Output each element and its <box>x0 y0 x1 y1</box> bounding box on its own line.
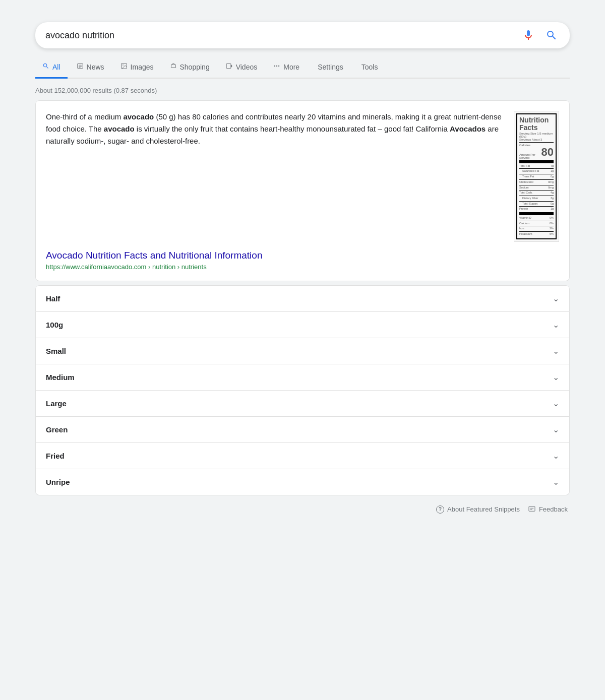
tab-all-label: All <box>52 63 60 71</box>
snippet-text: One-third of a medium avocado (50 g) has… <box>46 111 504 242</box>
svg-point-8 <box>274 66 275 67</box>
chevron-down-icon: ⌄ <box>553 294 559 303</box>
feedback-label: Feedback <box>539 505 568 513</box>
chevron-down-icon: ⌄ <box>553 425 559 434</box>
svg-marker-7 <box>231 65 232 68</box>
nav-tabs: All News Images <box>35 56 570 79</box>
expandable-row-unripe[interactable]: Unripe ⌄ <box>35 469 570 495</box>
snippet-content: One-third of a medium avocado (50 g) has… <box>46 111 559 242</box>
chevron-down-icon: ⌄ <box>553 477 559 487</box>
question-icon: ? <box>436 505 444 514</box>
featured-snippets-label: About Featured Snippets <box>447 505 520 513</box>
tab-all[interactable]: All <box>35 56 68 79</box>
featured-snippets-link[interactable]: ? About Featured Snippets <box>436 505 520 514</box>
tab-shopping-label: Shopping <box>180 63 210 71</box>
snippet-link-title[interactable]: Avocado Nutrition Facts and Nutritional … <box>46 250 262 261</box>
search-input[interactable] <box>45 30 521 41</box>
page-container: All News Images <box>35 10 570 690</box>
expandable-row-small-label: Small <box>46 347 66 355</box>
news-icon <box>77 62 84 71</box>
expandable-row-small[interactable]: Small ⌄ <box>35 338 570 364</box>
search-icon <box>42 62 49 71</box>
tab-news-label: News <box>87 63 104 71</box>
feedback-link[interactable]: Feedback <box>528 505 568 514</box>
snippet-link-url: https://www.californiaavocado.com › nutr… <box>46 263 559 271</box>
expandable-row-medium-label: Medium <box>46 373 75 381</box>
svg-point-10 <box>278 66 279 67</box>
tab-more[interactable]: More <box>266 56 307 79</box>
shopping-icon <box>170 62 177 71</box>
images-icon <box>120 62 128 71</box>
svg-point-5 <box>123 65 124 66</box>
expandable-row-half[interactable]: Half ⌄ <box>35 285 570 312</box>
search-bar <box>35 22 570 48</box>
expandable-row-large[interactable]: Large ⌄ <box>35 391 570 417</box>
expandable-rows-container: Half ⌄ 100g ⌄ Small ⌄ Medium ⌄ Large ⌄ G… <box>35 285 570 495</box>
tab-videos-label: Videos <box>236 63 258 71</box>
chevron-down-icon: ⌄ <box>553 451 559 461</box>
expandable-row-unripe-label: Unripe <box>46 478 70 486</box>
expandable-row-medium[interactable]: Medium ⌄ <box>35 364 570 391</box>
expandable-row-100g[interactable]: 100g ⌄ <box>35 312 570 338</box>
svg-rect-6 <box>226 63 231 68</box>
chevron-down-icon: ⌄ <box>553 346 559 356</box>
expandable-row-100g-label: 100g <box>46 321 63 329</box>
results-count: About 152,000,000 results (0.87 seconds) <box>35 87 570 94</box>
expandable-row-green-label: Green <box>46 425 68 434</box>
videos-icon <box>226 62 233 71</box>
feedback-icon <box>528 505 536 514</box>
tools-link[interactable]: Tools <box>354 57 385 77</box>
more-icon <box>273 62 280 71</box>
tab-more-label: More <box>283 63 299 71</box>
svg-rect-11 <box>529 506 535 511</box>
search-icons <box>521 27 560 43</box>
featured-snippet-card: One-third of a medium avocado (50 g) has… <box>35 100 570 281</box>
svg-point-9 <box>276 66 277 67</box>
chevron-down-icon: ⌄ <box>553 399 559 408</box>
tab-news[interactable]: News <box>70 56 111 79</box>
expandable-row-large-label: Large <box>46 399 67 408</box>
search-button[interactable] <box>543 27 560 43</box>
nutrition-label-image: Nutrition Facts Serving Size 1/3 medium … <box>514 111 559 242</box>
tab-shopping[interactable]: Shopping <box>163 56 217 79</box>
footer-bar: ? About Featured Snippets Feedback <box>35 497 570 522</box>
tab-images[interactable]: Images <box>113 56 161 79</box>
chevron-down-icon: ⌄ <box>553 372 559 382</box>
tab-images-label: Images <box>131 63 154 71</box>
expandable-row-fried-label: Fried <box>46 452 65 460</box>
settings-link[interactable]: Settings <box>311 57 350 77</box>
expandable-row-fried[interactable]: Fried ⌄ <box>35 443 570 469</box>
tab-videos[interactable]: Videos <box>219 56 265 79</box>
expandable-row-half-label: Half <box>46 294 60 303</box>
snippet-link-section: Avocado Nutrition Facts and Nutritional … <box>46 250 559 271</box>
chevron-down-icon: ⌄ <box>553 320 559 330</box>
mic-button[interactable] <box>521 28 535 42</box>
expandable-row-green[interactable]: Green ⌄ <box>35 417 570 443</box>
